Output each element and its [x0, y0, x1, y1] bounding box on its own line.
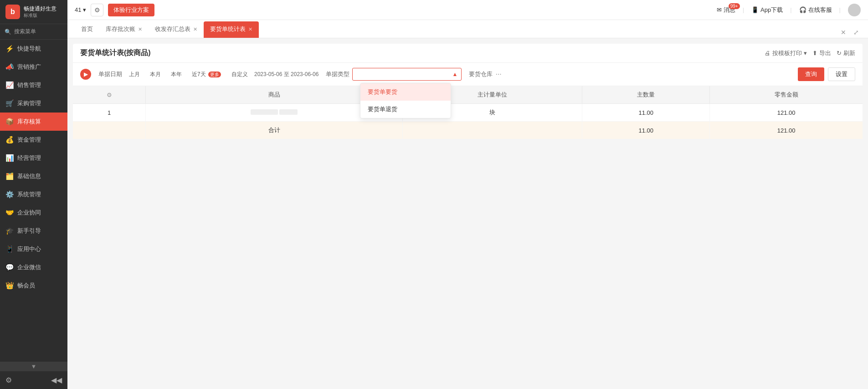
- tab-order-summary[interactable]: 要货单统计表 ✕: [204, 21, 259, 38]
- tabbar: 首页 库存批次账 ✕ 收发存汇总表 ✕ 要货单统计表 ✕ ✕ ⤢: [67, 20, 868, 38]
- tab-inventory-batch-close[interactable]: ✕: [138, 26, 142, 32]
- date-shortcuts: 上月 本月 本年 近7天 更多: [125, 69, 225, 80]
- nav-icon-purchase: 🛒: [5, 99, 14, 107]
- th-quantity: 主数量: [582, 86, 710, 104]
- app-logo-icon: b: [5, 5, 20, 19]
- nav-label-basic: 基础信息: [17, 172, 62, 180]
- refresh-icon: ↻: [837, 50, 842, 56]
- total-amount: 121.00: [710, 122, 863, 139]
- page-content: 要货单统计表(按商品) 🖨 按模板打印 ▾ ⬆ 导出 ↻ 刷新 ▶: [67, 38, 868, 389]
- tab-expand-button[interactable]: ⤢: [852, 27, 861, 38]
- date-last-month[interactable]: 上月: [125, 69, 144, 80]
- headset-icon: 🎧: [799, 6, 806, 13]
- nav-icon-member: 👑: [5, 282, 14, 290]
- tab-receive-summary[interactable]: 收发存汇总表 ✕: [149, 21, 204, 38]
- query-button[interactable]: 查询: [798, 67, 824, 81]
- app-download-link[interactable]: 📱 App下载: [751, 6, 783, 14]
- tab-order-summary-close[interactable]: ✕: [248, 26, 252, 32]
- store-number: 41: [75, 6, 81, 13]
- nav-icon-finance: 💰: [5, 136, 14, 144]
- sidebar-item-appstore[interactable]: 📱应用中心: [0, 240, 67, 258]
- industry-btn[interactable]: 体验行业方案: [108, 4, 154, 16]
- sidebar-item-member[interactable]: 👑畅会员: [0, 276, 67, 295]
- refresh-button[interactable]: ↻ 刷新: [837, 49, 855, 57]
- setting-button[interactable]: 设置: [828, 67, 855, 81]
- store-selector[interactable]: 41 ▾: [75, 6, 86, 13]
- nav-icon-enterprise: 🤝: [5, 209, 14, 217]
- nav-icon-marketing: 📣: [5, 63, 14, 71]
- sidebar-item-weixin[interactable]: 💬企业微信: [0, 258, 67, 276]
- filter-expand-button[interactable]: ▶: [80, 69, 91, 80]
- sidebar-item-inventory[interactable]: 📦库存核算: [0, 113, 67, 131]
- type-dropdown: 要货单要货 要货单退货: [360, 83, 451, 118]
- custom-date-button[interactable]: 自定义: [228, 70, 252, 79]
- th-settings: ⚙: [73, 86, 146, 104]
- type-select[interactable]: ▲: [352, 68, 462, 81]
- sidebar-nav: ⚡快捷导航📣营销推广📈销售管理🛒采购管理📦库存核算💰资金管理📊经营管理🗂️基础信…: [0, 40, 67, 362]
- th-amount: 零售金额: [710, 86, 863, 104]
- online-service-link[interactable]: 🎧 在线客服: [799, 6, 832, 14]
- message-button[interactable]: ✉ 消息 99+: [717, 6, 735, 14]
- warehouse-more-icon[interactable]: ···: [495, 70, 501, 78]
- dropdown-item-order-return[interactable]: 要货单退货: [360, 101, 451, 118]
- search-menu[interactable]: 🔍 搜索菜单: [0, 24, 67, 40]
- dropdown-item-order-purchase[interactable]: 要货单要货: [360, 83, 451, 101]
- table-header-row: ⚙ 商品 主计量单位 主数量 零售金额: [73, 86, 863, 104]
- store-dropdown-icon: ▾: [83, 6, 86, 13]
- service-label: 在线客服: [808, 6, 832, 14]
- nav-icon-appstore: 📱: [5, 245, 14, 253]
- app-logo-text: 畅捷通好生意 标准版: [24, 5, 56, 19]
- data-table: ⚙ 商品 主计量单位 主数量 零售金额 1 块: [73, 86, 863, 139]
- export-label: 导出: [819, 49, 831, 57]
- sidebar-item-sales[interactable]: 📈销售管理: [0, 76, 67, 94]
- user-avatar[interactable]: [848, 4, 861, 16]
- nav-label-purchase: 采购管理: [17, 99, 62, 107]
- date-last-7-days[interactable]: 近7天 更多: [188, 69, 225, 80]
- app-download-icon: 📱: [751, 6, 759, 13]
- topbar-gear-button[interactable]: ⚙: [91, 4, 103, 16]
- sidebar-item-purchase[interactable]: 🛒采购管理: [0, 94, 67, 113]
- sidebar-item-basic[interactable]: 🗂️基础信息: [0, 167, 67, 185]
- date-range-display: 2023-05-06 至 2023-06-06: [254, 71, 318, 78]
- nav-icon-guide: 🎓: [5, 227, 14, 235]
- export-button[interactable]: ⬆ 导出: [812, 49, 831, 57]
- tab-home[interactable]: 首页: [75, 21, 99, 38]
- nav-icon-inventory: 📦: [5, 118, 14, 126]
- tab-inventory-batch[interactable]: 库存批次账 ✕: [99, 21, 149, 38]
- settings-icon[interactable]: ⚙: [5, 376, 12, 384]
- date-filter-group: 单据日期 上月 本月 本年 近7天 更多 自定义 2023-05-06 至 20…: [98, 69, 318, 80]
- warehouse-filter-group: 要货仓库 ···: [469, 70, 501, 78]
- sidebar-item-system[interactable]: ⚙️系统管理: [0, 185, 67, 204]
- nav-icon-system: ⚙️: [5, 190, 14, 199]
- cell-quantity: 11.00: [582, 104, 710, 122]
- search-menu-label: 搜索菜单: [14, 28, 36, 36]
- sidebar-scroll-down[interactable]: ▼: [0, 362, 67, 371]
- total-label: 合计: [146, 122, 402, 139]
- sidebar-item-enterprise[interactable]: 🤝企业协同: [0, 204, 67, 222]
- sidebar-item-marketing[interactable]: 📣营销推广: [0, 58, 67, 76]
- sidebar-item-quick-nav[interactable]: ⚡快捷导航: [0, 40, 67, 58]
- sidebar-item-operations[interactable]: 📊经营管理: [0, 149, 67, 167]
- sidebar-item-guide[interactable]: 🎓新手引导: [0, 222, 67, 240]
- nav-label-guide: 新手引导: [17, 227, 62, 235]
- cell-index: 1: [73, 104, 146, 122]
- sidebar-item-finance[interactable]: 💰资金管理: [0, 131, 67, 149]
- tab-home-label: 首页: [81, 25, 93, 33]
- app-version: 标准版: [24, 12, 56, 18]
- date-this-year[interactable]: 本年: [167, 69, 186, 80]
- date-this-month[interactable]: 本月: [146, 69, 165, 80]
- print-template-button[interactable]: 🖨 按模板打印 ▾: [765, 49, 807, 57]
- main-content: 41 ▾ ⚙ 体验行业方案 ✉ 消息 99+ | 📱 App下载 | 🎧 在线客…: [67, 0, 868, 389]
- page-title: 要货单统计表(按商品): [80, 48, 151, 58]
- print-icon: 🖨: [765, 50, 770, 56]
- nav-label-system: 系统管理: [17, 190, 62, 199]
- sidebar-footer: ⚙ ◀◀: [0, 371, 67, 389]
- collapse-icon[interactable]: ◀◀: [51, 376, 62, 384]
- tab-close-all-button[interactable]: ✕: [839, 27, 848, 38]
- product-placeholder: [251, 109, 278, 115]
- table-settings-icon[interactable]: ⚙: [107, 92, 112, 98]
- topbar: 41 ▾ ⚙ 体验行业方案 ✉ 消息 99+ | 📱 App下载 | 🎧 在线客…: [67, 0, 868, 20]
- page-header: 要货单统计表(按商品) 🖨 按模板打印 ▾ ⬆ 导出 ↻ 刷新: [73, 44, 863, 63]
- tab-receive-summary-close[interactable]: ✕: [193, 26, 197, 32]
- app-name: 畅捷通好生意: [24, 5, 56, 13]
